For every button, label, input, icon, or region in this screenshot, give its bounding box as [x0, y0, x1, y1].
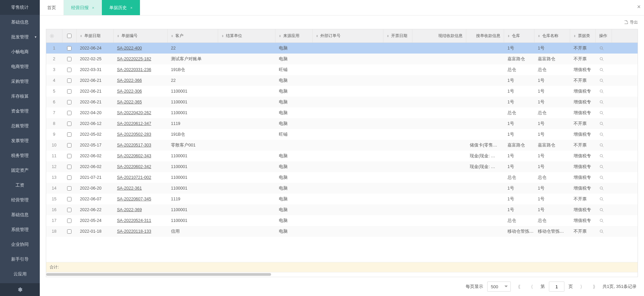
sidebar-item-2[interactable]: 批发管理▾	[0, 30, 40, 44]
sidebar-item-6[interactable]: 库存核算	[0, 89, 40, 104]
sidebar-item-0[interactable]: 零售统计	[0, 0, 40, 15]
row-checkbox[interactable]	[62, 86, 77, 97]
sidebar-item-3[interactable]: 小畅电商	[0, 44, 40, 59]
sidebar-item-12[interactable]: 工资	[0, 178, 40, 193]
row-view-button[interactable]	[596, 172, 612, 183]
sidebar-item-11[interactable]: 固定资产	[0, 163, 40, 178]
row-view-button[interactable]	[596, 194, 612, 204]
row-view-button[interactable]	[596, 64, 612, 75]
doc-no-link[interactable]: SA-20220225-182	[117, 57, 151, 61]
tab-2[interactable]: 单据历史×	[102, 0, 140, 15]
sidebar-item-17[interactable]: 新手引导	[0, 252, 40, 267]
doc-no-link[interactable]: SA-20220517-303	[117, 143, 151, 147]
row-view-button[interactable]	[596, 54, 612, 64]
sidebar-item-10[interactable]: 税务管理	[0, 148, 40, 163]
doc-no-link[interactable]: SA-2022-361	[117, 186, 142, 191]
row-checkbox[interactable]	[62, 226, 77, 237]
scrollbar-thumb[interactable]	[46, 273, 271, 276]
row-checkbox[interactable]	[62, 43, 77, 54]
row-checkbox[interactable]	[62, 194, 77, 204]
row-view-button[interactable]	[596, 118, 612, 129]
doc-no-link[interactable]: SA-20220502-283	[117, 132, 151, 137]
last-page-button[interactable]: ⟫	[590, 282, 598, 292]
table-row[interactable]: 142022-06-20SA-2022-3611100001电脑1号1号增值税专	[46, 183, 638, 194]
next-page-button[interactable]: ⟩	[577, 282, 586, 292]
col-bill-info[interactable]: 按单收款信息	[466, 29, 504, 42]
row-checkbox[interactable]	[62, 215, 77, 226]
sidebar-item-16[interactable]: 企业协同	[0, 237, 40, 252]
row-view-button[interactable]	[596, 183, 612, 194]
table-row[interactable]: 22022-02-25SA-20220225-182测试客户对账单电脑嘉富路仓嘉…	[46, 54, 638, 64]
prev-page-button[interactable]: ⟨	[528, 282, 536, 292]
close-all-tabs-button[interactable]: ×	[637, 3, 641, 10]
doc-no-link[interactable]: SA-20220420-262	[117, 110, 151, 115]
col-warehouse-name[interactable]: 仓库名称	[534, 29, 570, 42]
close-icon[interactable]: ×	[130, 6, 132, 10]
col-doc-no[interactable]: 单据编号	[114, 29, 168, 42]
page-input[interactable]	[549, 282, 564, 292]
col-invoice-date[interactable]: 开票日期	[383, 29, 412, 42]
row-view-button[interactable]	[596, 75, 612, 86]
row-view-button[interactable]	[596, 140, 612, 151]
doc-no-link[interactable]: SA-20220524-311	[117, 218, 151, 223]
sidebar-item-8[interactable]: 总账管理	[0, 119, 40, 133]
table-row[interactable]: 112022-06-02SA-20220602-3431100001电脑现金(现…	[46, 151, 638, 161]
doc-no-link[interactable]: SA-20220602-342	[117, 164, 151, 169]
sidebar-item-1[interactable]: 基础信息	[0, 15, 40, 30]
doc-no-link[interactable]: SA-20220612-347	[117, 121, 151, 126]
col-source-app[interactable]: 来源应用	[275, 29, 313, 42]
col-cash-info[interactable]: 现结收款信息	[412, 29, 466, 42]
table-row[interactable]: 92022-05-02SA-20220502-283191B仓旺铺1号1号增值税…	[46, 129, 638, 140]
row-checkbox[interactable]	[62, 54, 77, 64]
table-row[interactable]: 152022-06-07SA-20220607-3451119电脑1号1号不开票	[46, 194, 638, 204]
doc-no-link[interactable]: SA-2022-369	[117, 207, 142, 212]
col-warehouse[interactable]: 仓库	[504, 29, 534, 42]
tab-1[interactable]: 经营日报×	[64, 0, 102, 15]
row-checkbox[interactable]	[62, 118, 77, 129]
sidebar-item-13[interactable]: 经营管理	[0, 193, 40, 207]
sidebar-item-15[interactable]: 系统管理	[0, 222, 40, 237]
sidebar-item-14[interactable]: 基础信息	[0, 207, 40, 222]
doc-no-link[interactable]: SA-20220602-343	[117, 154, 151, 158]
table-row[interactable]: 12022-06-24SA-2022-40022电脑1号1号不开票	[46, 43, 638, 54]
per-page-select[interactable]: 500	[487, 282, 511, 292]
sidebar-item-4[interactable]: 电商管理	[0, 59, 40, 74]
row-checkbox[interactable]	[62, 151, 77, 161]
row-checkbox[interactable]	[62, 107, 77, 118]
table-row[interactable]: 132021-07-21SA-20210721-0021100001电脑总仓总仓…	[46, 172, 638, 183]
row-view-button[interactable]	[596, 151, 612, 161]
row-view-button[interactable]	[596, 43, 612, 54]
table-row[interactable]: 172022-05-24SA-20220524-3111100001电脑总仓总仓…	[46, 215, 638, 226]
doc-no-link[interactable]: SA-20210721-002	[117, 175, 151, 180]
sidebar-item-5[interactable]: 采购管理	[0, 74, 40, 89]
row-view-button[interactable]	[596, 161, 612, 172]
doc-no-link[interactable]: SA-2022-400	[117, 46, 142, 51]
column-config-button[interactable]	[46, 29, 62, 42]
table-row[interactable]: 52022-06-21SA-2022-3061100001电脑1号1号增值税专	[46, 86, 638, 97]
table-row[interactable]: 72022-04-20SA-20220420-2621100001电脑总仓总仓增…	[46, 107, 638, 118]
col-external-no[interactable]: 外部订单号	[313, 29, 383, 42]
col-settle-unit[interactable]: 结算单位	[218, 29, 275, 42]
row-view-button[interactable]	[596, 215, 612, 226]
row-checkbox[interactable]	[62, 161, 77, 172]
table-row[interactable]: 62022-06-21SA-2022-3651100001电脑1号1号增值税专	[46, 97, 638, 107]
sidebar-item-9[interactable]: 发票管理	[0, 133, 40, 148]
sidebar-item-18[interactable]: 云应用	[0, 267, 40, 282]
row-checkbox[interactable]	[62, 183, 77, 194]
table-row[interactable]: 32022-03-31SA-20220331-236191B仓旺铺总仓总仓增值税…	[46, 64, 638, 75]
doc-no-link[interactable]: SA-2022-306	[117, 89, 142, 94]
row-view-button[interactable]	[596, 97, 612, 107]
doc-no-link[interactable]: SA-20220607-345	[117, 197, 151, 201]
row-view-button[interactable]	[596, 129, 612, 140]
col-customer[interactable]: 客户	[168, 29, 218, 42]
close-icon[interactable]: ×	[92, 6, 94, 10]
row-view-button[interactable]	[596, 107, 612, 118]
doc-no-link[interactable]: SA-20220331-236	[117, 67, 151, 72]
row-view-button[interactable]	[596, 226, 612, 237]
row-checkbox[interactable]	[62, 97, 77, 107]
sidebar-settings-button[interactable]	[0, 283, 40, 296]
row-checkbox[interactable]	[62, 75, 77, 86]
horizontal-scrollbar[interactable]	[46, 272, 638, 277]
first-page-button[interactable]: ⟪	[515, 282, 524, 292]
row-checkbox[interactable]	[62, 172, 77, 183]
